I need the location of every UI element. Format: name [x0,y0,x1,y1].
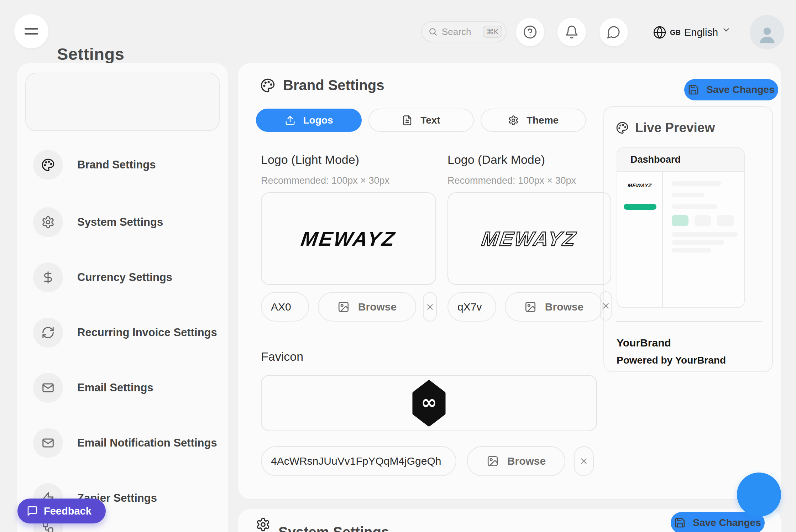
tab-theme[interactable]: Theme [481,109,586,132]
save-icon [688,84,699,95]
save-changes-button[interactable]: Save Changes [684,79,778,100]
logo-light-browse-button[interactable]: Browse [318,292,416,322]
logo-dark-wordmark: MEWAYZ [481,227,578,250]
logo-light-filename-input[interactable]: AX0 [261,292,309,322]
close-icon [425,302,435,312]
sidebar-item-label: System Settings [77,216,163,229]
notifications-button[interactable] [557,18,586,46]
language-selector[interactable]: GB English [653,26,731,39]
feedback-label: Feedback [44,505,91,517]
close-icon [579,457,588,466]
menu-button[interactable] [14,14,48,48]
sidebar-item-system-settings[interactable]: System Settings [33,207,163,237]
messages-button[interactable] [599,18,628,46]
search-input[interactable]: Search ⌘K [421,21,507,42]
tab-label: Logos [303,115,333,126]
favicon-image: ∞ [411,380,447,427]
help-icon [523,25,537,39]
logo-dark-label: Logo (Dark Mode) [447,153,545,167]
sidebar-item-label: Recurring Invoice Settings [77,326,217,339]
logo-light-filename-value: AX0 [271,301,291,313]
dashboard-mock: Dashboard MEWAYZ [617,147,745,308]
logo-dark-filename-input[interactable]: qX7v [447,292,496,322]
logo-light-hint: Recommended: 100px × 30px [261,175,389,186]
sidebar-active-highlight [25,73,220,131]
tab-text[interactable]: Text [368,109,474,132]
skeleton-line [672,240,724,245]
favicon-label: Favicon [261,350,303,364]
logo-dark-clear-button[interactable] [600,291,612,320]
palette-icon [616,121,629,134]
search-placeholder: Search [442,26,471,37]
tab-label: Text [420,115,440,126]
page-title: Settings [57,44,124,64]
person-icon [756,24,778,46]
save-changes-label: Save Changes [706,84,774,95]
skeleton-line [672,232,738,237]
search-icon [428,27,438,36]
floating-action-button[interactable] [737,473,781,517]
chevron-down-icon [722,25,731,35]
mock-nav-pill [624,204,656,210]
tab-logos[interactable]: Logos [256,109,362,132]
favicon-filename-input[interactable]: 4AcWRsnJUuVv1FpYQqM4jGgeQh [261,446,456,476]
close-icon [601,301,611,311]
image-icon [487,455,499,467]
feedback-button[interactable]: Feedback [17,499,106,523]
sidebar-item-email-settings[interactable]: Email Settings [33,373,153,403]
browse-label: Browse [358,301,397,313]
sidebar-item-currency-settings[interactable]: Currency Settings [33,262,172,292]
logo-light-label: Logo (Light Mode) [261,153,359,167]
globe-icon [653,26,666,39]
logo-dark-browse-button[interactable]: Browse [505,292,603,322]
sidebar-item-brand-settings[interactable]: Brand Settings [33,150,156,180]
gear-icon [508,115,519,126]
gear-icon [41,215,55,229]
favicon-browse-button[interactable]: Browse [467,446,565,476]
tab-label: Theme [527,115,559,126]
sidebar-item-recurring-invoice-settings[interactable]: Recurring Invoice Settings [33,318,217,348]
chat-icon [607,25,621,39]
mock-brand-logo: MEWAYZ [617,182,663,188]
preview-brand-name: YourBrand [617,337,671,349]
section-title: Brand Settings [283,77,384,93]
preview-divider [616,321,762,322]
favicon-preview-box[interactable]: ∞ [261,375,597,431]
logo-light-clear-button[interactable] [423,292,437,322]
help-button[interactable] [516,18,544,46]
gear-icon [256,517,271,532]
logo-light-preview-box[interactable]: MEWAYZ [261,192,436,285]
palette-icon [260,78,275,93]
logo-dark-preview-box[interactable]: MEWAYZ [447,192,611,285]
system-settings-header: System Settings [256,516,389,532]
dollar-icon [41,271,55,284]
save-changes-label: Save Changes [693,517,761,528]
skeleton-line [672,204,717,209]
settings-page: Settings Search ⌘K GB English Brand Sett… [0,0,796,532]
mail-icon [41,436,55,450]
mock-divider [662,172,663,307]
sidebar-item-label: Brand Settings [77,158,156,171]
image-icon [337,301,350,313]
refresh-icon [41,326,55,339]
live-preview-header: Live Preview [616,120,715,135]
browse-label: Browse [507,455,546,467]
search-shortcut-badge: ⌘K [483,26,502,38]
sidebar-item-email-notification-settings[interactable]: Email Notification Settings [33,428,217,458]
live-preview-title: Live Preview [635,120,715,135]
logo-light-wordmark: MEWAYZ [300,227,398,250]
favicon-clear-button[interactable] [574,446,594,476]
skeleton-card [717,215,734,226]
user-avatar[interactable] [750,15,784,49]
preview-powered-by: Powered by YourBrand [617,355,726,366]
mock-titlebar: Dashboard [617,148,744,172]
sidebar-item-label: Email Settings [77,381,153,394]
favicon-filename-value: 4AcWRsnJUuVv1FpYQqM4jGgeQh [271,455,441,467]
live-preview-panel: Live Preview Dashboard MEWAYZ YourBrand … [603,106,773,372]
skeleton-line [672,248,711,252]
settings-sidebar: Brand Settings System Settings Currency … [17,63,228,532]
hamburger-icon [25,28,38,35]
palette-icon [41,158,55,172]
mail-icon [41,381,55,395]
bell-icon [565,25,579,39]
